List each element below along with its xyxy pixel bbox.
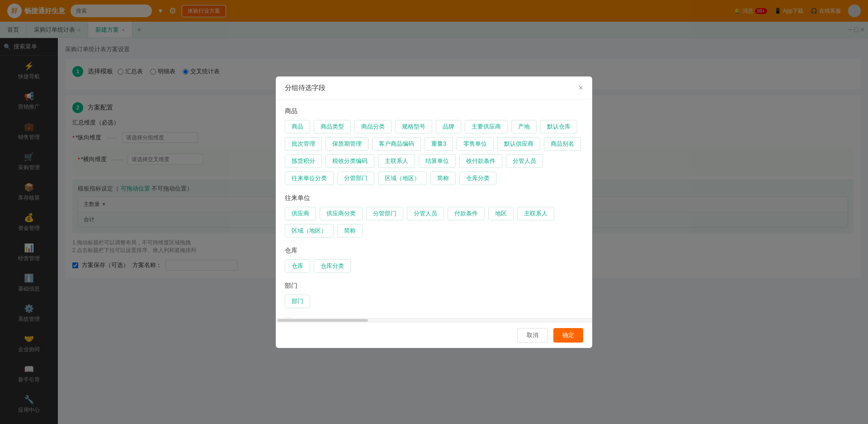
- tag-product-10[interactable]: 客户商品编码: [372, 137, 421, 151]
- tag-product-21[interactable]: 往来单位分类: [285, 172, 334, 185]
- modal-confirm-button[interactable]: 确定: [553, 328, 583, 343]
- tag-product-1[interactable]: 商品类型: [314, 120, 351, 133]
- tag-warehouse-0[interactable]: 仓库: [285, 259, 310, 273]
- modal-overlay: 分组待选字段 × 商品 商品 商品类型 商品分类 规格型号 品牌 主要供应商 产…: [0, 0, 868, 424]
- warehouse-tags: 仓库 仓库分类: [285, 259, 583, 273]
- tag-product-17[interactable]: 主联系人: [378, 154, 415, 168]
- group-dept: 部门 部门: [285, 282, 583, 308]
- modal-close-icon[interactable]: ×: [578, 84, 583, 92]
- tag-product-19[interactable]: 收付款条件: [459, 154, 502, 168]
- tag-partner-8[interactable]: 简称: [337, 224, 363, 238]
- tag-product-11[interactable]: 重量3: [425, 137, 453, 151]
- tag-product-0[interactable]: 商品: [285, 120, 310, 133]
- tag-product-20[interactable]: 分管人员: [506, 154, 543, 168]
- group-warehouse-title: 仓库: [285, 247, 583, 255]
- tag-partner-1[interactable]: 供应商分类: [320, 207, 363, 220]
- tag-product-22[interactable]: 分管部门: [337, 172, 374, 185]
- tag-product-14[interactable]: 商品别名: [544, 137, 581, 151]
- tag-partner-5[interactable]: 地区: [488, 207, 514, 220]
- modal-footer: 取消 确定: [276, 322, 592, 348]
- modal-horizontal-scroll[interactable]: [276, 318, 592, 322]
- tag-partner-0[interactable]: 供应商: [285, 207, 316, 220]
- tag-product-4[interactable]: 品牌: [436, 120, 461, 133]
- modal-dialog: 分组待选字段 × 商品 商品 商品类型 商品分类 规格型号 品牌 主要供应商 产…: [276, 76, 592, 348]
- tag-product-25[interactable]: 仓库分类: [459, 172, 496, 185]
- tag-dept-0[interactable]: 部门: [285, 295, 310, 308]
- tag-product-7[interactable]: 默认仓库: [540, 120, 577, 133]
- dept-tags: 部门: [285, 295, 583, 308]
- tag-product-18[interactable]: 结算单位: [419, 154, 456, 168]
- group-partner: 往来单位 供应商 供应商分类 分管部门 分管人员 付款条件 地区 主联系人 区域…: [285, 194, 583, 238]
- tag-partner-6[interactable]: 主联系人: [517, 207, 554, 220]
- tag-partner-2[interactable]: 分管部门: [366, 207, 403, 220]
- hscroll-bar: [278, 319, 368, 322]
- tag-warehouse-1[interactable]: 仓库分类: [314, 259, 351, 273]
- tag-product-24[interactable]: 简称: [430, 172, 456, 185]
- tag-partner-4[interactable]: 付款条件: [448, 207, 485, 220]
- tag-partner-3[interactable]: 分管人员: [407, 207, 444, 220]
- tag-product-15[interactable]: 拣货积分: [285, 154, 322, 168]
- tag-product-3[interactable]: 规格型号: [395, 120, 432, 133]
- tag-product-2[interactable]: 商品分类: [354, 120, 392, 133]
- group-warehouse: 仓库 仓库 仓库分类: [285, 247, 583, 273]
- tag-product-13[interactable]: 默认供应商: [497, 137, 540, 151]
- tag-partner-7[interactable]: 区域（地区）: [285, 224, 334, 238]
- group-product-title: 商品: [285, 107, 583, 115]
- modal-header: 分组待选字段 ×: [276, 76, 592, 100]
- modal-cancel-button[interactable]: 取消: [517, 328, 548, 343]
- partner-tags: 供应商 供应商分类 分管部门 分管人员 付款条件 地区 主联系人 区域（地区） …: [285, 207, 583, 238]
- tag-product-9[interactable]: 保质期管理: [326, 137, 368, 151]
- tag-product-12[interactable]: 零售单位: [457, 137, 494, 151]
- group-dept-title: 部门: [285, 282, 583, 290]
- tag-product-6[interactable]: 产地: [511, 120, 537, 133]
- modal-body: 商品 商品 商品类型 商品分类 规格型号 品牌 主要供应商 产地 默认仓库 批次…: [276, 100, 592, 318]
- tag-product-8[interactable]: 批次管理: [285, 137, 322, 151]
- tag-product-16[interactable]: 税收分类编码: [326, 154, 374, 168]
- group-partner-title: 往来单位: [285, 194, 583, 202]
- product-tags: 商品 商品类型 商品分类 规格型号 品牌 主要供应商 产地 默认仓库 批次管理 …: [285, 120, 583, 185]
- tag-product-23[interactable]: 区域（地区）: [378, 172, 427, 185]
- modal-title: 分组待选字段: [285, 84, 326, 92]
- tag-product-5[interactable]: 主要供应商: [465, 120, 508, 133]
- group-product: 商品 商品 商品类型 商品分类 规格型号 品牌 主要供应商 产地 默认仓库 批次…: [285, 107, 583, 185]
